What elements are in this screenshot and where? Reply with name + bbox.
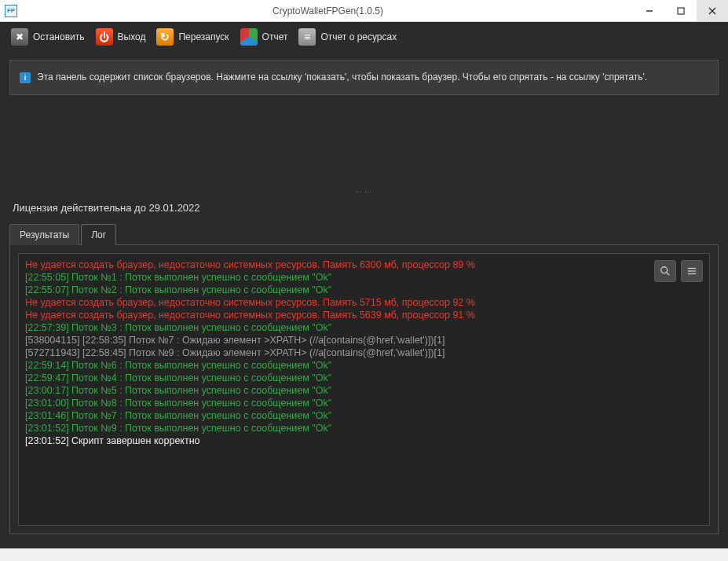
- exit-button[interactable]: Выход: [91, 27, 151, 47]
- log-line: [22:57:39] Поток №3 : Поток выполнен усп…: [25, 321, 703, 334]
- log-line: Не удается создать браузер, недостаточно…: [25, 296, 703, 309]
- report-button[interactable]: Отчет: [236, 27, 293, 47]
- title-bar: FP CryptoWalletFPGen(1.0.5): [0, 0, 728, 22]
- log-lines: Не удается создать браузер, недостаточно…: [25, 258, 703, 447]
- exit-label: Выход: [118, 31, 146, 42]
- log-content: Не удается создать браузер, недостаточно…: [18, 253, 710, 526]
- window-title: CryptoWalletFPGen(1.0.5): [22, 6, 634, 16]
- window-controls: [634, 0, 728, 21]
- log-line: Не удается создать браузер, недостаточно…: [25, 309, 703, 321]
- tab-log[interactable]: Лог: [81, 224, 116, 245]
- log-line: [23:01:52] Поток №9 : Поток выполнен усп…: [25, 422, 703, 434]
- stop-label: Остановить: [33, 31, 85, 42]
- report-label: Отчет: [262, 31, 288, 42]
- stop-button[interactable]: Остановить: [6, 27, 90, 47]
- log-line: [23:01:00] Поток №8 : Поток выполнен усп…: [25, 397, 703, 409]
- menu-icon: [686, 266, 697, 277]
- pie-chart-icon: [240, 28, 258, 46]
- log-line: [22:55:05] Поток №1 : Поток выполнен усп…: [25, 271, 703, 284]
- hint-panel: i Эта панель содержит список браузеров. …: [9, 60, 719, 95]
- log-search-button[interactable]: [654, 260, 676, 282]
- bottom-bar: [0, 548, 728, 561]
- log-line: [23:01:46] Поток №7 : Поток выполнен усп…: [25, 409, 703, 422]
- resource-report-button[interactable]: Отчет о ресурсах: [294, 27, 401, 47]
- spacer-dots: ……: [355, 185, 374, 194]
- list-icon: [298, 28, 316, 46]
- restart-icon: [156, 28, 174, 46]
- app-icon: FP: [5, 5, 17, 17]
- log-menu-button[interactable]: [681, 260, 703, 282]
- restart-button[interactable]: Перезапуск: [152, 27, 233, 47]
- resource-report-label: Отчет о ресурсах: [320, 31, 397, 42]
- restart-label: Перезапуск: [178, 31, 229, 42]
- log-controls: [654, 260, 703, 282]
- toolbar: Остановить Выход Перезапуск Отчет Отчет …: [0, 22, 728, 52]
- log-line: [572711943] [22:58:45] Поток №9 : Ожидаю…: [25, 346, 703, 359]
- tab-results[interactable]: Результаты: [9, 224, 79, 245]
- info-icon: i: [20, 72, 31, 83]
- power-icon: [96, 28, 113, 46]
- hint-text: Эта панель содержит список браузеров. На…: [37, 72, 647, 82]
- log-line: [23:00:17] Поток №5 : Поток выполнен усп…: [25, 384, 703, 397]
- log-line: [23:01:52] Скрипт завершен корректно: [25, 434, 703, 447]
- license-text: Лицензия действительна до 29.01.2022: [0, 197, 728, 218]
- svg-rect-1: [678, 8, 684, 14]
- spacer: ……: [0, 103, 728, 197]
- tabs: Результаты Лог: [0, 223, 728, 244]
- log-line: [22:55:07] Поток №2 : Поток выполнен усп…: [25, 284, 703, 296]
- log-panel: Не удается создать браузер, недостаточно…: [9, 244, 719, 534]
- minimize-button[interactable]: [634, 0, 665, 21]
- stop-icon: [11, 28, 28, 46]
- svg-point-4: [661, 267, 668, 273]
- search-icon: [660, 266, 671, 277]
- close-button[interactable]: [697, 0, 728, 21]
- log-line: [22:59:47] Поток №4 : Поток выполнен усп…: [25, 372, 703, 384]
- log-line: [538004115] [22:58:35] Поток №7 : Ожидаю…: [25, 334, 703, 346]
- log-line: [22:59:14] Поток №6 : Поток выполнен усп…: [25, 359, 703, 372]
- maximize-button[interactable]: [665, 0, 697, 21]
- log-line: Не удается создать браузер, недостаточно…: [25, 258, 703, 271]
- app-body: Остановить Выход Перезапуск Отчет Отчет …: [0, 22, 728, 548]
- svg-line-5: [667, 273, 670, 276]
